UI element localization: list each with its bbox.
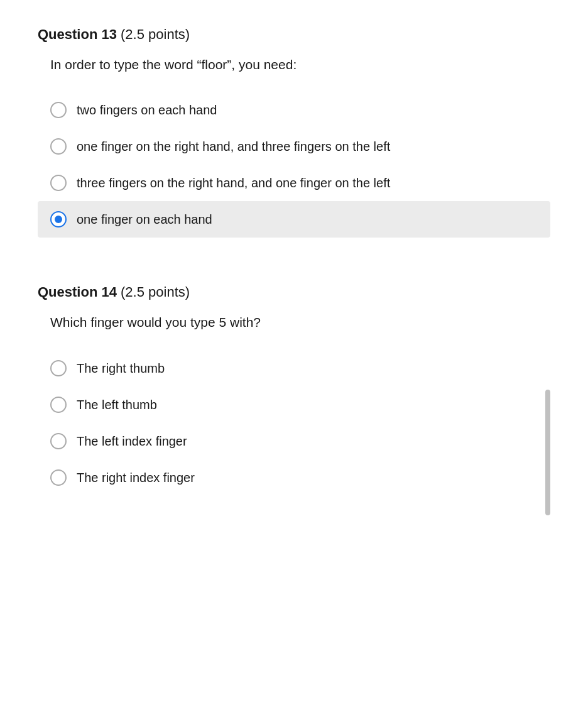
option-item-q13_a[interactable]: two fingers on each hand [38, 92, 550, 128]
option-item-q13_b[interactable]: one finger on the right hand, and three … [38, 128, 550, 165]
option-item-q13_c[interactable]: three fingers on the right hand, and one… [38, 165, 550, 201]
option-text-q13_c: three fingers on the right hand, and one… [77, 173, 390, 192]
option-text-q13_d: one finger on each hand [77, 210, 212, 229]
option-text-q14_c: The left index finger [77, 432, 187, 451]
radio-circle-q14_b[interactable] [50, 397, 67, 413]
option-text-q13_b: one finger on the right hand, and three … [77, 137, 390, 156]
radio-circle-q13_d[interactable] [50, 211, 67, 227]
radio-circle-q14_c[interactable] [50, 433, 67, 449]
page-container: Question 13 (2.5 points)In order to type… [38, 25, 550, 496]
questions-container: Question 13 (2.5 points)In order to type… [38, 25, 550, 496]
divider [38, 238, 550, 258]
scrollbar[interactable] [545, 390, 550, 515]
option-text-q14_d: The right index finger [77, 468, 195, 487]
question-prompt-q14: Which finger would you type 5 with? [50, 312, 550, 332]
options-list-q14: The right thumbThe left thumbThe left in… [38, 350, 550, 496]
question-prompt-q13: In order to type the word “floor”, you n… [50, 55, 550, 75]
question-title-q14: Question 14 (2.5 points) [38, 283, 550, 302]
radio-inner-q13_d [55, 216, 62, 223]
option-item-q14_b[interactable]: The left thumb [38, 386, 550, 423]
option-item-q14_a[interactable]: The right thumb [38, 350, 550, 386]
option-text-q14_a: The right thumb [77, 359, 165, 378]
option-item-q14_c[interactable]: The left index finger [38, 423, 550, 459]
option-text-q13_a: two fingers on each hand [77, 101, 217, 119]
radio-circle-q13_b[interactable] [50, 138, 67, 155]
question-title-q13: Question 13 (2.5 points) [38, 25, 550, 45]
radio-circle-q14_d[interactable] [50, 469, 67, 486]
radio-circle-q13_c[interactable] [50, 175, 67, 191]
question-block-q14: Question 14 (2.5 points)Which finger wou… [38, 283, 550, 495]
option-item-q13_d[interactable]: one finger on each hand [38, 201, 550, 238]
options-list-q13: two fingers on each handone finger on th… [38, 92, 550, 238]
radio-circle-q13_a[interactable] [50, 102, 67, 118]
radio-circle-q14_a[interactable] [50, 360, 67, 376]
option-text-q14_b: The left thumb [77, 395, 157, 414]
option-item-q14_d[interactable]: The right index finger [38, 459, 550, 496]
question-block-q13: Question 13 (2.5 points)In order to type… [38, 25, 550, 258]
